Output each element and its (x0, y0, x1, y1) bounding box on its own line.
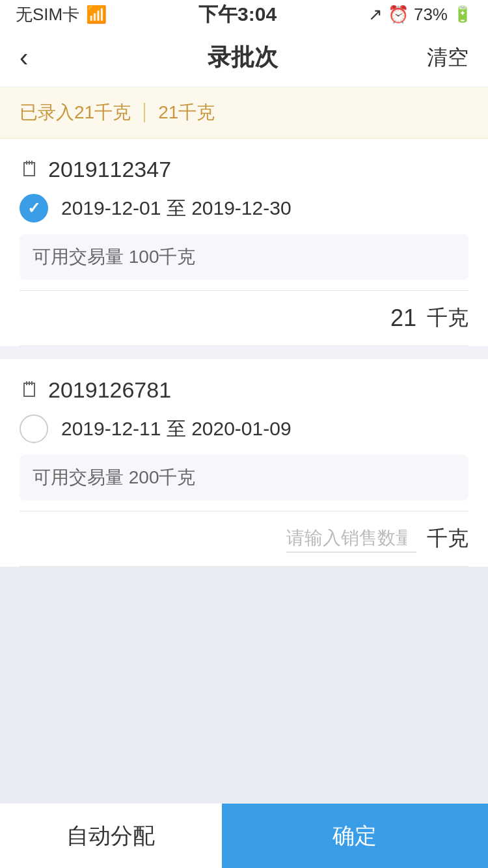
clear-button[interactable]: 清空 (427, 44, 468, 72)
info-banner: 已录入21千克 21千克 (0, 87, 488, 139)
batch-2-date: 2019-12-11 至 2020-01-09 (61, 416, 291, 442)
sim-status: 无SIM卡 (16, 3, 79, 26)
batch-2-radio[interactable] (20, 414, 48, 443)
alarm-icon: ⏰ (388, 5, 409, 25)
bottom-bar: 自动分配 确定 (0, 803, 488, 868)
status-right: ↗ ⏰ 73% 🔋 (368, 5, 472, 25)
batch-2-input-row: 千克 (0, 511, 488, 566)
banner-divider (144, 103, 145, 122)
batch-1-radio[interactable]: ✓ (20, 194, 48, 223)
status-time: 下午3:04 (198, 1, 277, 28)
batch-2-id: 2019126781 (48, 377, 171, 403)
batch-1-unit: 千克 (427, 304, 468, 332)
batch-1-quantity: 可用交易量 100千克 (20, 234, 468, 280)
batch-card-2: 🗒 2019126781 2019-12-11 至 2020-01-09 可用交… (0, 359, 488, 567)
nav-bar: ‹ 录批次 清空 (0, 29, 488, 87)
batch-2-unit: 千克 (427, 524, 468, 553)
back-button[interactable]: ‹ (20, 43, 59, 72)
location-icon: ↗ (368, 5, 383, 25)
confirm-button[interactable]: 确定 (222, 804, 488, 868)
batch-1-date: 2019-12-01 至 2019-12-30 (61, 195, 291, 222)
batch-2-row[interactable]: 2019-12-11 至 2020-01-09 (0, 409, 488, 450)
auto-distribute-button[interactable]: 自动分配 (0, 804, 222, 868)
checkmark-icon: ✓ (27, 199, 40, 217)
battery-icon: 🔋 (453, 5, 472, 23)
recorded-label: 已录入21千克 (20, 100, 131, 125)
page-title: 录批次 (208, 42, 278, 74)
batch-2-icon: 🗒 (20, 378, 40, 402)
batch-2-header: 🗒 2019126781 (0, 359, 488, 409)
batch-1-value: 21 (390, 305, 416, 332)
batch-1-row[interactable]: ✓ 2019-12-01 至 2019-12-30 (0, 189, 488, 229)
batch-2-quantity: 可用交易量 200千克 (20, 455, 468, 500)
wifi-icon: 📶 (86, 5, 107, 25)
batch-1-input-row: 21 千克 (0, 291, 488, 346)
status-bar: 无SIM卡 📶 下午3:04 ↗ ⏰ 73% 🔋 (0, 0, 488, 29)
battery-level: 73% (414, 5, 448, 25)
batch-1-icon: 🗒 (20, 157, 40, 182)
batch-card-1: 🗒 2019112347 ✓ 2019-12-01 至 2019-12-30 可… (0, 139, 488, 346)
batch-1-header: 🗒 2019112347 (0, 139, 488, 189)
batch-2-input[interactable] (286, 525, 416, 552)
status-left: 无SIM卡 📶 (16, 3, 107, 26)
card-divider-1 (0, 346, 488, 359)
recorded-value: 21千克 (158, 100, 215, 125)
batch-1-id: 2019112347 (48, 157, 171, 182)
